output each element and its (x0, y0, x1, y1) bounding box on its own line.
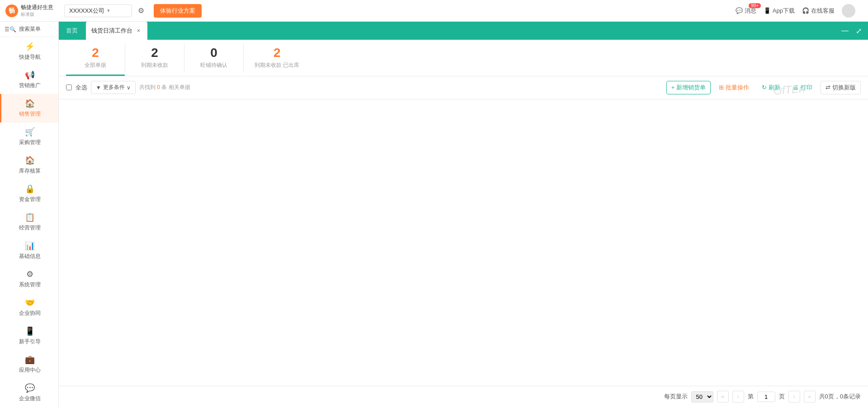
select-all-checkbox[interactable] (66, 84, 72, 90)
filter-icon: ▼ (96, 84, 101, 91)
stat-count-shipped: 2 (255, 45, 299, 61)
stats-row: 2 全部单据 2 到期未收款 0 旺铺待确认 2 到期未收款 已出库 (59, 40, 868, 76)
sidebar: ☰🔍 搜索菜单 ⚡ 快捷导航 📢 营销推广 🏠 销售管理 🛒 采购管理 🏠 库存… (0, 22, 59, 407)
header-right: 💬 消息 99+ 📱 App下载 🎧 在线客服 (736, 4, 863, 18)
marketing-icon: 📢 (25, 70, 35, 80)
sidebar-item-newbie[interactable]: 📱 新手引导 (0, 322, 58, 350)
tab-maximize-button[interactable]: ⤢ (853, 25, 864, 37)
tab-close-icon[interactable]: × (135, 27, 142, 35)
newbie-icon: 📱 (25, 326, 35, 336)
search-icon: ☰🔍 (5, 26, 16, 33)
prev-page-button[interactable]: ‹ (732, 391, 744, 402)
found-count: 0 (157, 84, 160, 90)
batch-operations-button[interactable]: ⊞ 批量操作 (714, 81, 754, 94)
sales-icon: 🏠 (25, 98, 35, 108)
sidebar-item-app-center[interactable]: 💼 应用中心 (0, 350, 58, 379)
toolbar: 全选 ▼ 更多条件 ∨ 共找到 0 条 相关单据 + 新增销货单 ⊞ 批量 (59, 76, 868, 99)
company-name: XXXXXX公司 (69, 7, 104, 15)
message-icon: 💬 (736, 7, 743, 14)
app-download-button[interactable]: 📱 App下载 (764, 7, 795, 15)
stat-count-all: 2 (77, 45, 114, 61)
page-size-select[interactable]: 50 (691, 391, 713, 402)
avatar[interactable] (842, 4, 855, 18)
select-all-label: 全选 (75, 84, 87, 92)
logo-area: 畅 畅捷通好生意 标准版 (5, 4, 64, 17)
sidebar-item-operations[interactable]: 📋 经营管理 (0, 208, 58, 236)
stat-card-overdue[interactable]: 2 到期未收款 (125, 40, 184, 76)
sidebar-item-quick-nav[interactable]: ⚡ 快捷导航 (0, 37, 58, 65)
stat-card-shipped[interactable]: 2 到期未收款 已出库 (244, 40, 310, 76)
stat-card-all[interactable]: 2 全部单据 (66, 40, 125, 76)
tab-workbench[interactable]: 钱货日清工作台 × (86, 22, 147, 40)
first-page-button[interactable]: « (717, 391, 729, 402)
stat-count-pending: 0 (195, 45, 232, 61)
sidebar-item-cooperation[interactable]: 🤝 企业协同 (0, 293, 58, 322)
sidebar-item-system[interactable]: ⚙ 系统管理 (0, 265, 58, 293)
logo-text: 畅捷通好生意 标准版 (21, 4, 53, 17)
page-label: 第 (748, 393, 754, 401)
table-area (59, 99, 868, 386)
batch-icon: ⊞ (719, 84, 724, 91)
tab-minimize-button[interactable]: — (839, 25, 851, 37)
top-header: 畅 畅捷通好生意 标准版 XXXXXX公司 ▼ ⚙ 体验行业方案 💬 消息 99… (0, 0, 868, 22)
sidebar-item-marketing[interactable]: 📢 营销推广 (0, 65, 58, 94)
sidebar-item-inventory[interactable]: 🏠 库存核算 (0, 151, 58, 179)
tab-bar: 首页 钱货日清工作台 × — ⤢ (59, 22, 868, 40)
stat-label-pending: 旺铺待确认 (195, 61, 232, 69)
stat-card-pending[interactable]: 0 旺铺待确认 (184, 40, 243, 76)
online-service-button[interactable]: 🎧 在线客服 (802, 7, 835, 15)
message-badge: 99+ (749, 3, 761, 8)
wechat-icon: 💬 (25, 383, 35, 393)
sidebar-item-sales[interactable]: 🏠 销售管理 (0, 94, 58, 122)
service-icon: 🎧 (802, 7, 809, 14)
try-industry-button[interactable]: 体验行业方案 (154, 4, 202, 18)
tab-home[interactable]: 首页 (59, 22, 85, 40)
switch-icon: ⇄ (826, 84, 830, 91)
add-sales-order-button[interactable]: + 新增销货单 (666, 81, 711, 94)
toolbar-right: + 新增销货单 ⊞ 批量操作 ↻ 刷新 🖨 打印 ⇄ (666, 81, 861, 94)
sidebar-item-wechat[interactable]: 💬 企业微信 (0, 379, 58, 407)
stat-label-overdue: 到期未收款 (136, 61, 173, 69)
sidebar-item-purchase[interactable]: 🛒 采购管理 (0, 122, 58, 151)
page-content: 2 全部单据 2 到期未收款 0 旺铺待确认 2 到期未收款 已出库 (59, 40, 868, 407)
sidebar-item-basic-info[interactable]: 📊 基础信息 (0, 236, 58, 265)
basic-info-icon: 📊 (25, 241, 35, 251)
filter-button[interactable]: ▼ 更多条件 ∨ (91, 81, 136, 94)
chevron-down-icon: ▼ (106, 8, 111, 13)
page-suffix: 页 (779, 393, 785, 401)
app-center-icon: 💼 (25, 355, 35, 365)
finance-icon: 🔒 (25, 184, 35, 194)
print-button[interactable]: 🖨 打印 (788, 81, 817, 94)
total-info: 共0页，0条记录 (819, 393, 861, 401)
page-size-label: 每页显示 (664, 393, 688, 401)
system-icon: ⚙ (26, 269, 33, 279)
stat-count-overdue: 2 (136, 45, 173, 61)
cooperation-icon: 🤝 (25, 298, 35, 308)
company-selector[interactable]: XXXXXX公司 ▼ (64, 5, 132, 17)
refresh-icon: ↻ (762, 84, 767, 91)
settings-button[interactable]: ⚙ (134, 4, 148, 18)
message-button[interactable]: 💬 消息 99+ (736, 7, 756, 15)
gear-icon: ⚙ (138, 6, 144, 15)
switch-version-button[interactable]: ⇄ 切换新版 (821, 81, 861, 94)
content-area: 首页 钱货日清工作台 × — ⤢ 2 全部单据 2 到期未收款 (59, 22, 868, 407)
purchase-icon: 🛒 (25, 127, 35, 137)
print-icon: 🖨 (793, 84, 799, 91)
main-layout: ☰🔍 搜索菜单 ⚡ 快捷导航 📢 营销推广 🏠 销售管理 🛒 采购管理 🏠 库存… (0, 22, 868, 407)
stat-label-shipped: 到期未收款 已出库 (255, 61, 299, 69)
tab-bar-actions: — ⤢ (839, 25, 868, 37)
next-page-button[interactable]: › (788, 391, 800, 402)
sidebar-item-finance[interactable]: 🔒 资金管理 (0, 179, 58, 208)
found-text: 共找到 0 条 相关单据 (139, 84, 190, 91)
logo-icon: 畅 (5, 5, 18, 17)
download-icon: 📱 (764, 7, 771, 14)
refresh-button[interactable]: ↻ 刷新 (757, 81, 785, 94)
quick-nav-icon: ⚡ (25, 42, 35, 51)
operations-icon: 📋 (25, 212, 35, 222)
last-page-button[interactable]: » (804, 391, 816, 402)
filter-chevron-icon: ∨ (127, 84, 131, 91)
stat-label-all: 全部单据 (77, 61, 114, 69)
page-number-input[interactable] (757, 392, 775, 402)
search-menu-item[interactable]: ☰🔍 搜索菜单 (0, 22, 58, 37)
pagination-bar: 每页显示 50 « ‹ 第 页 › » 共0页，0条记录 (59, 386, 868, 407)
